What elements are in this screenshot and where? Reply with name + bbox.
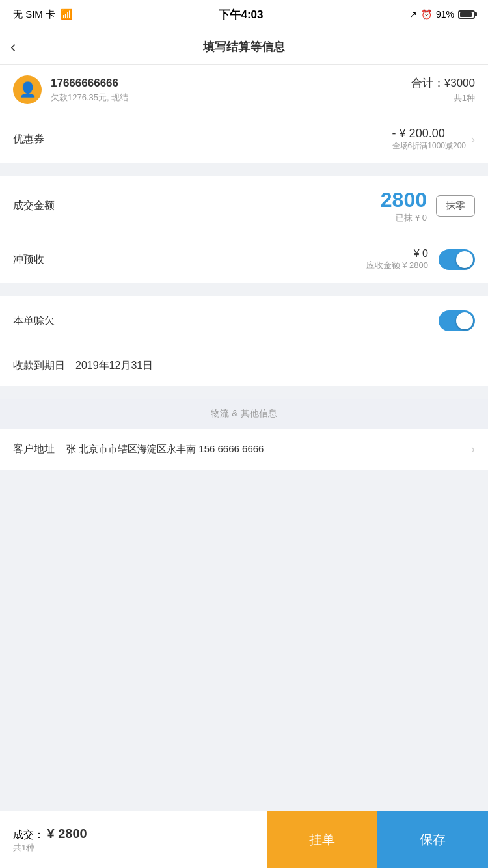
footer-deal-amount: ¥ 2800 xyxy=(47,826,87,841)
battery-percent: 91% xyxy=(436,9,454,20)
avatar: 👤 xyxy=(13,75,42,104)
address-chevron-icon: › xyxy=(471,442,475,456)
footer-deal-sub: 共1种 xyxy=(13,842,254,854)
credit-row: 本单赊欠 xyxy=(0,296,488,346)
prereceive-sub: 应收金额 ¥ 2800 xyxy=(366,260,428,271)
coupon-label: 优惠券 xyxy=(13,133,44,146)
avatar-icon: 👤 xyxy=(19,81,36,98)
address-label: 客户地址 xyxy=(13,442,59,456)
footer-bar: 成交： ¥ 2800 共1种 挂单 保存 xyxy=(0,811,488,868)
due-label: 收款到期日 xyxy=(13,359,65,373)
customer-phone: 17666666666 xyxy=(51,77,128,90)
save-button[interactable]: 保存 xyxy=(377,811,488,869)
amount-row: 成交金额 2800 已抹 ¥ 0 抹零 xyxy=(0,176,488,236)
prereceive-label: 冲预收 xyxy=(13,253,44,267)
page-title: 填写结算等信息 xyxy=(203,39,285,55)
status-bar: 无 SIM 卡 📶 下午4:03 ↗ ⏰ 91% xyxy=(0,0,488,29)
credit-card: 本单赊欠 收款到期日 2019年12月31日 xyxy=(0,296,488,386)
hang-button[interactable]: 挂单 xyxy=(267,811,377,869)
coupon-chevron-icon: › xyxy=(471,133,475,146)
alarm-icon: ⏰ xyxy=(421,9,432,20)
address-row[interactable]: 客户地址 张 北京市市辖区海淀区永丰南 156 6666 6666 › xyxy=(0,429,488,470)
logistics-divider: 物流 & 其他信息 xyxy=(0,399,488,429)
address-card[interactable]: 客户地址 张 北京市市辖区海淀区永丰南 156 6666 6666 › xyxy=(0,429,488,470)
status-time: 下午4:03 xyxy=(219,7,263,22)
separator-1 xyxy=(0,170,488,176)
due-date-row: 收款到期日 2019年12月31日 xyxy=(0,346,488,386)
prereceive-row: 冲预收 ¥ 0 应收金额 ¥ 2800 xyxy=(0,236,488,283)
amount-label: 成交金额 xyxy=(13,199,55,213)
wifi-icon: 📶 xyxy=(61,8,73,20)
round-button[interactable]: 抹零 xyxy=(436,195,475,217)
footer-summary: 成交： ¥ 2800 共1种 xyxy=(0,826,267,854)
location-icon: ↗ xyxy=(409,9,417,20)
separator-2 xyxy=(0,290,488,296)
status-left: 无 SIM 卡 📶 xyxy=(13,8,73,21)
battery-icon xyxy=(458,10,475,19)
content: 👤 17666666666 欠款1276.35元, 现结 合计：¥3000 共1… xyxy=(0,65,488,593)
prereceive-amount: ¥ 0 xyxy=(366,248,428,260)
customer-card: 👤 17666666666 欠款1276.35元, 现结 合计：¥3000 共1… xyxy=(0,65,488,163)
amount-value: 2800 xyxy=(381,188,427,212)
amount-sub: 已抹 ¥ 0 xyxy=(381,212,427,224)
amount-card: 成交金额 2800 已抹 ¥ 0 抹零 冲预收 ¥ 0 应收金额 ¥ 2800 xyxy=(0,176,488,283)
coupon-desc: 全场6折满1000减200 xyxy=(392,141,466,152)
footer-deal-label: 成交： xyxy=(13,829,44,840)
total-amount: 合计：¥3000 xyxy=(411,75,475,90)
credit-toggle[interactable] xyxy=(439,310,475,331)
address-value: 张 北京市市辖区海淀区永丰南 156 6666 6666 xyxy=(66,442,463,457)
bottom-area xyxy=(0,476,488,528)
nav-bar: ‹ 填写结算等信息 xyxy=(0,29,488,65)
carrier-label: 无 SIM 卡 xyxy=(13,8,55,21)
logistics-label: 物流 & 其他信息 xyxy=(211,408,277,420)
prereceive-toggle[interactable] xyxy=(439,249,475,270)
credit-label: 本单赊欠 xyxy=(13,314,55,328)
separator-3 xyxy=(0,392,488,399)
status-right: ↗ ⏰ 91% xyxy=(409,9,475,20)
back-button[interactable]: ‹ xyxy=(10,38,16,56)
total-sub: 共1种 xyxy=(411,92,475,104)
due-value: 2019年12月31日 xyxy=(75,359,153,373)
customer-sub: 欠款1276.35元, 现结 xyxy=(51,92,128,103)
coupon-discount: - ¥ 200.00 xyxy=(392,127,466,141)
coupon-row[interactable]: 优惠券 - ¥ 200.00 全场6折满1000减200 › xyxy=(0,115,488,163)
customer-row: 👤 17666666666 欠款1276.35元, 现结 合计：¥3000 共1… xyxy=(0,65,488,115)
